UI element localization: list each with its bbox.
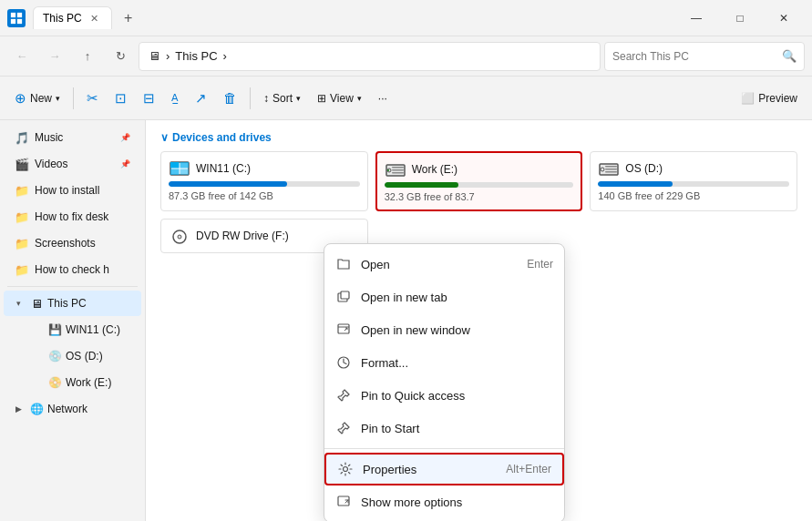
cm-show-more-icon: [335, 494, 352, 510]
folder-icon-3: 📁: [15, 236, 29, 250]
drive-work-icon: [385, 160, 406, 179]
close-button[interactable]: ✕: [763, 5, 805, 32]
app-icon: [7, 9, 26, 27]
cm-properties[interactable]: Properties Alt+Enter: [324, 453, 564, 485]
delete-icon: 🗑: [223, 90, 237, 106]
drive-win11-icon: [169, 159, 190, 178]
cm-show-more[interactable]: Show more options: [324, 485, 564, 518]
view-button[interactable]: ⊞ View ▾: [310, 82, 369, 115]
more-button[interactable]: ···: [371, 82, 395, 115]
win11-icon: 💾: [47, 322, 62, 337]
svg-rect-18: [605, 169, 617, 170]
address-box[interactable]: 🖥 › This PC ›: [139, 42, 601, 71]
share-button[interactable]: ↗: [188, 82, 214, 115]
sidebar-tree-work-e[interactable]: ▶ 📀 Work (E:): [4, 370, 141, 395]
maximize-button[interactable]: □: [719, 5, 761, 32]
cm-format-label: Format...: [361, 356, 553, 370]
cm-open-new-tab-label: Open in new tab: [361, 291, 553, 304]
section-collapse-icon[interactable]: ∨: [160, 131, 169, 144]
cm-format[interactable]: Format...: [324, 346, 564, 379]
svg-rect-8: [180, 169, 190, 176]
cm-pin-quick[interactable]: Pin to Quick access: [324, 379, 564, 412]
videos-pin-icon: 📌: [120, 159, 130, 169]
sidebar-tree-os-d[interactable]: ▶ 💿 OS (D:): [4, 343, 141, 369]
rename-button[interactable]: A̲: [164, 82, 186, 115]
svg-rect-7: [170, 169, 180, 176]
svg-rect-23: [341, 291, 349, 299]
sidebar-item-screenshots-label: Screenshots: [35, 237, 96, 250]
cm-pin-start[interactable]: Pin to Start: [324, 412, 564, 444]
network-expand-icon[interactable]: ▶: [11, 402, 26, 416]
sidebar-item-how-to-fix[interactable]: 📁 How to fix desk: [4, 204, 141, 230]
os-d-icon: 💿: [47, 349, 62, 363]
rename-icon: A̲: [171, 92, 179, 104]
this-pc-expand-icon[interactable]: ▾: [11, 296, 26, 311]
sort-dropdown-icon: ▾: [296, 94, 301, 103]
os-d-expand-icon[interactable]: ▶: [29, 349, 44, 363]
new-button[interactable]: ⊕ New ▾: [7, 82, 67, 115]
search-box[interactable]: 🔍: [604, 42, 805, 71]
tab-close-button[interactable]: ✕: [87, 11, 102, 26]
view-icon: ⊞: [317, 92, 326, 105]
work-e-expand-icon[interactable]: ▶: [29, 375, 44, 390]
delete-button[interactable]: 🗑: [216, 82, 244, 115]
sidebar-tree-network[interactable]: ▶ 🌐 Network: [4, 396, 141, 422]
sidebar-item-how-to-fix-label: How to fix desk: [35, 210, 108, 223]
win11-expand-icon[interactable]: ▶: [29, 322, 44, 337]
new-tab-button[interactable]: +: [116, 5, 141, 31]
svg-rect-0: [11, 12, 15, 16]
refresh-button[interactable]: ↻: [106, 42, 135, 71]
network-icon: 🌐: [29, 402, 44, 416]
cm-show-more-label: Show more options: [361, 495, 553, 509]
cm-open-new-tab[interactable]: Open in new tab: [324, 281, 564, 313]
search-icon[interactable]: 🔍: [782, 49, 797, 63]
this-pc-icon: 🖥: [29, 296, 44, 311]
svg-rect-1: [17, 12, 22, 16]
forward-button[interactable]: →: [40, 42, 69, 71]
sidebar-item-how-to-check[interactable]: 📁 How to check h: [4, 257, 141, 282]
sidebar-item-music[interactable]: 🎵 Music 📌: [4, 125, 141, 150]
cm-open-new-window[interactable]: Open in new window: [324, 313, 564, 346]
drive-work-e[interactable]: Work (E:) 32.3 GB free of 83.7: [375, 151, 583, 211]
address-separator: ›: [166, 49, 170, 63]
minimize-button[interactable]: —: [675, 5, 717, 32]
folder-icon-4: 📁: [15, 262, 29, 277]
paste-button[interactable]: ⊟: [136, 82, 162, 115]
cm-open-new-tab-icon: [335, 289, 352, 305]
svg-point-14: [387, 169, 389, 171]
drive-win11-info: 87.3 GB free of 142 GB: [169, 190, 360, 201]
preview-button[interactable]: ⬜ Preview: [734, 82, 805, 115]
copy-button[interactable]: ⊡: [108, 82, 134, 115]
sidebar-item-how-to-install[interactable]: 📁 How to install: [4, 178, 141, 203]
drive-os-bar-fill: [598, 181, 673, 187]
preview-icon: ⬜: [741, 92, 755, 105]
cm-open[interactable]: Open Enter: [324, 248, 564, 281]
sidebar-item-videos[interactable]: 🎬 Videos 📌: [4, 151, 141, 177]
sidebar-tree-win11[interactable]: ▶ 💾 WIN11 (C:): [4, 317, 141, 342]
address-path-icon: 🖥: [149, 49, 160, 63]
cm-format-icon: [335, 354, 352, 371]
sort-button[interactable]: ↕ Sort ▾: [256, 82, 308, 115]
cut-icon: ✂: [87, 90, 98, 107]
back-button[interactable]: ←: [7, 42, 36, 71]
network-label: Network: [47, 403, 87, 415]
drive-work-bar: [385, 182, 574, 188]
up-button[interactable]: ↑: [73, 42, 102, 71]
drive-win11-header: WIN11 (C:): [169, 159, 360, 178]
drive-win11-c[interactable]: WIN11 (C:) 87.3 GB free of 142 GB: [160, 151, 368, 211]
titlebar: This PC ✕ + — □ ✕: [0, 0, 812, 36]
drive-os-d[interactable]: OS (D:) 140 GB free of 229 GB: [590, 151, 797, 211]
svg-point-21: [178, 235, 181, 239]
sidebar-tree-this-pc[interactable]: ▾ 🖥 This PC: [4, 291, 141, 316]
active-tab[interactable]: This PC ✕: [33, 6, 112, 29]
sidebar-item-how-to-check-label: How to check h: [35, 263, 109, 276]
addressbar: ← → ↑ ↻ 🖥 › This PC › 🔍: [0, 36, 812, 77]
tab-title: This PC: [43, 12, 82, 25]
cm-properties-icon: [337, 461, 354, 477]
cut-button[interactable]: ✂: [79, 82, 106, 115]
cm-properties-shortcut: Alt+Enter: [506, 463, 551, 475]
search-input[interactable]: [612, 50, 776, 63]
sidebar-item-screenshots[interactable]: 📁 Screenshots: [4, 230, 141, 256]
share-icon: ↗: [195, 90, 207, 107]
cm-pin-quick-label: Pin to Quick access: [361, 389, 553, 403]
